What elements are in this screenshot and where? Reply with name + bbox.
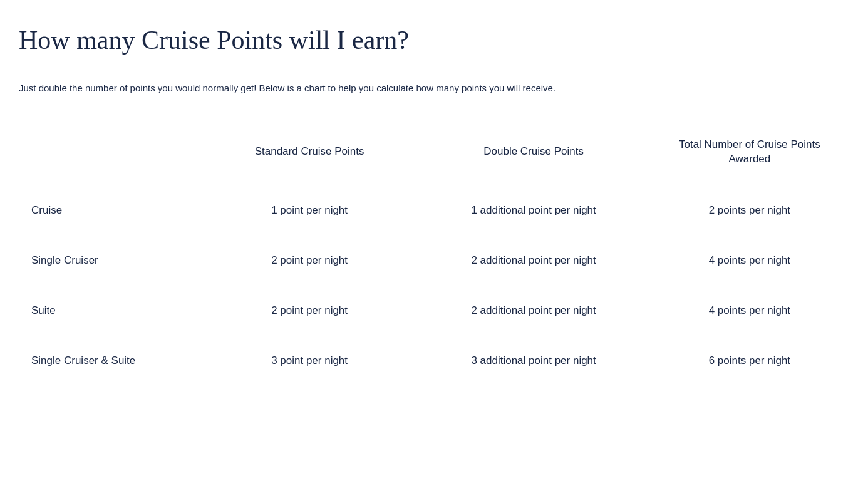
table-row: Cruise1 point per night1 additional poin… (19, 185, 849, 236)
intro-paragraph: Just double the number of points you wou… (19, 80, 845, 96)
cell-standard: 3 point per night (202, 336, 418, 386)
cell-standard: 1 point per night (202, 185, 418, 236)
page-title: How many Cruise Points will I earn? (19, 25, 849, 55)
cell-category: Single Cruiser & Suite (19, 336, 202, 386)
cell-total: 4 points per night (650, 236, 849, 286)
col-header-standard: Standard Cruise Points (202, 128, 418, 186)
col-header-category (19, 128, 202, 186)
cell-double: 2 additional point per night (417, 236, 649, 286)
cell-double: 2 additional point per night (417, 286, 649, 336)
cell-double: 1 additional point per night (417, 185, 649, 236)
col-header-double: Double Cruise Points (417, 128, 649, 186)
table-row: Single Cruiser & Suite3 point per night3… (19, 336, 849, 386)
cell-category: Single Cruiser (19, 236, 202, 286)
cell-category: Suite (19, 286, 202, 336)
table-row: Single Cruiser2 point per night2 additio… (19, 236, 849, 286)
cell-standard: 2 point per night (202, 286, 418, 336)
cruise-points-table: Standard Cruise Points Double Cruise Poi… (19, 128, 849, 387)
cell-double: 3 additional point per night (417, 336, 649, 386)
cell-standard: 2 point per night (202, 236, 418, 286)
cell-total: 4 points per night (650, 286, 849, 336)
cell-total: 2 points per night (650, 185, 849, 236)
table-row: Suite2 point per night2 additional point… (19, 286, 849, 336)
cell-category: Cruise (19, 185, 202, 236)
cell-total: 6 points per night (650, 336, 849, 386)
col-header-total: Total Number of Cruise Points Awarded (650, 128, 849, 186)
